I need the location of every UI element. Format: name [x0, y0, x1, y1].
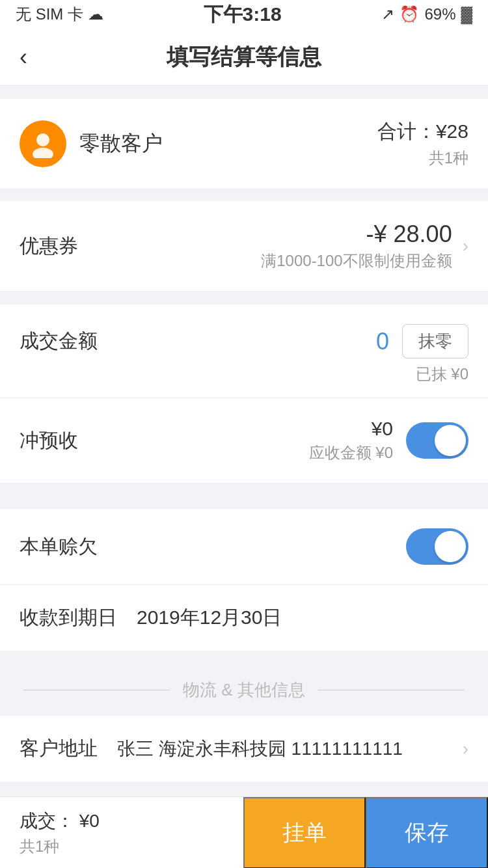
- duedate-section: 收款到期日 2019年12月30日: [0, 585, 488, 651]
- divider-3: [0, 483, 488, 496]
- address-chevron-icon: ›: [463, 739, 468, 759]
- customer-section: 零散客户 合计：¥28 共1种: [0, 99, 488, 188]
- deal-label: 成交金额: [20, 328, 98, 355]
- deal-row: 成交金额 0 抹零: [20, 324, 468, 359]
- coupon-desc: 满1000-100不限制使用金额: [261, 251, 452, 271]
- address-label: 客户地址: [20, 735, 98, 762]
- logistics-text: 物流 & 其他信息: [170, 679, 318, 701]
- deal-value: 0: [376, 328, 389, 355]
- prepay-toggle[interactable]: [406, 422, 468, 459]
- battery-label: 69%: [424, 5, 455, 23]
- prepay-section: 冲预收 ¥0 应收金额 ¥0: [0, 398, 488, 483]
- credit-toggle[interactable]: [406, 528, 468, 565]
- location-icon: ↗: [381, 5, 394, 23]
- coupon-discount: -¥ 28.00: [261, 221, 452, 248]
- coupon-right: -¥ 28.00 满1000-100不限制使用金额 ›: [261, 221, 468, 271]
- credit-section: 本单赊欠: [0, 509, 488, 585]
- status-right: ↗ ⏰ 69% ▓: [381, 5, 472, 23]
- prepay-right: ¥0 应收金额 ¥0: [309, 418, 468, 463]
- prepay-label: 冲预收: [20, 427, 78, 454]
- address-section[interactable]: 客户地址 张三 海淀永丰科技园 11111111111 ›: [0, 716, 488, 781]
- status-time: 下午3:18: [204, 1, 282, 28]
- hold-button[interactable]: 挂单: [243, 797, 366, 869]
- logistics-line-left: [23, 690, 170, 690]
- total-amount: 合计：¥28: [377, 118, 468, 145]
- credit-label: 本单赊欠: [20, 534, 98, 560]
- customer-left: 零散客户: [20, 120, 163, 167]
- back-button[interactable]: ‹: [20, 37, 34, 77]
- bottom-summary: 成交： ¥0 共1种: [0, 809, 243, 857]
- page-title: 填写结算等信息: [167, 42, 321, 72]
- bottom-deal-label: 成交：: [20, 811, 74, 831]
- logistics-line-right: [318, 690, 465, 690]
- credit-toggle-thumb: [435, 531, 466, 562]
- status-bar: 无 SIM 卡 ☁ 下午3:18 ↗ ⏰ 69% ▓: [0, 0, 488, 29]
- battery-icon: ▓: [461, 5, 472, 23]
- prepay-amount-block: ¥0 应收金额 ¥0: [309, 418, 393, 463]
- logistics-divider: 物流 & 其他信息: [0, 664, 488, 716]
- address-value: 张三 海淀永丰科技园 11111111111: [117, 737, 463, 761]
- coupon-row[interactable]: 优惠券 -¥ 28.00 满1000-100不限制使用金额 ›: [0, 201, 488, 292]
- deal-amount-section: 成交金额 0 抹零 已抹 ¥0: [0, 305, 488, 398]
- svg-point-0: [36, 133, 49, 146]
- coupon-label: 优惠券: [20, 233, 78, 260]
- alarm-icon: ⏰: [400, 5, 419, 23]
- chevron-right-icon: ›: [463, 236, 468, 256]
- coupon-value-block: -¥ 28.00 满1000-100不限制使用金额: [261, 221, 452, 271]
- prepay-row: 冲预收 ¥0 应收金额 ¥0: [20, 418, 468, 463]
- deal-right: 0 抹零: [376, 324, 468, 359]
- customer-right: 合计：¥28 共1种: [377, 118, 468, 169]
- total-count: 共1种: [377, 148, 468, 169]
- prepay-sub: 应收金额 ¥0: [309, 442, 393, 463]
- round-zero-button[interactable]: 抹零: [402, 324, 468, 359]
- bottom-count: 共1种: [20, 836, 224, 857]
- divider-2: [0, 292, 488, 305]
- bottom-deal-value: ¥0: [79, 811, 100, 831]
- svg-point-1: [33, 148, 53, 158]
- bottom-deal: 成交： ¥0: [20, 809, 224, 834]
- deal-sub: 已抹 ¥0: [20, 364, 468, 385]
- avatar: [20, 120, 66, 167]
- sim-label: 无 SIM 卡 ☁: [16, 4, 103, 25]
- status-left: 无 SIM 卡 ☁: [16, 4, 103, 25]
- toggle-thumb: [435, 425, 466, 456]
- bottom-bar: 成交： ¥0 共1种 挂单 保存: [0, 796, 488, 868]
- save-button[interactable]: 保存: [366, 797, 488, 869]
- prepay-value: ¥0: [309, 418, 393, 440]
- duedate-value: 2019年12月30日: [137, 604, 282, 631]
- nav-bar: ‹ 填写结算等信息: [0, 29, 488, 86]
- divider-1: [0, 188, 488, 201]
- customer-name: 零散客户: [79, 129, 163, 158]
- duedate-label: 收款到期日: [20, 604, 117, 631]
